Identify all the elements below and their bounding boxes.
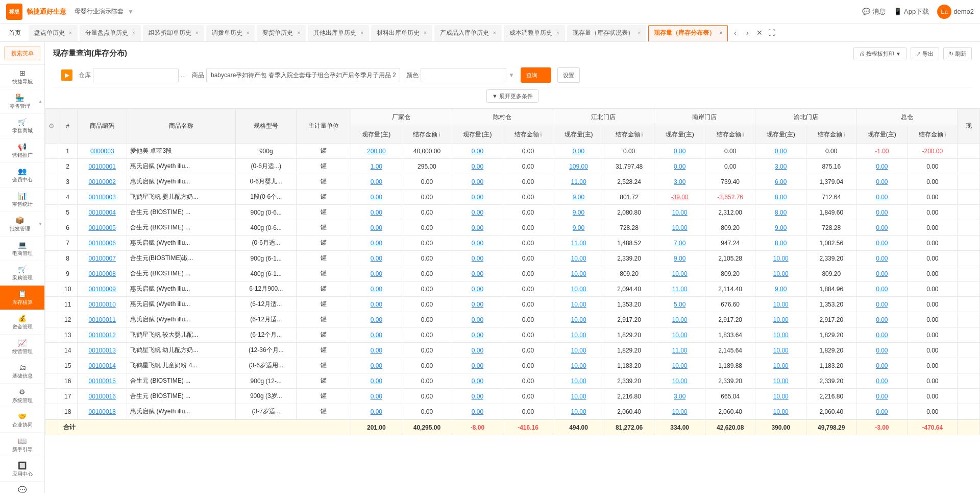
product-code-link[interactable]: 00100013 (89, 347, 116, 354)
product-code-link[interactable]: 00100011 (89, 316, 116, 323)
tab-kuanchuang-close[interactable]: × (638, 30, 641, 36)
sidebar-item-yingxiao[interactable]: 📢 营销推广 (0, 138, 44, 163)
product-code-link[interactable]: 00100006 (89, 240, 116, 247)
tab-chengpinruku-close[interactable]: × (493, 30, 496, 36)
filter-expand-arrow[interactable]: ▶ (61, 69, 72, 81)
product-code-link[interactable]: 00100010 (89, 301, 116, 308)
color-dropdown-icon[interactable]: ▼ (508, 72, 514, 79)
sidebar-item-lingshoushangcheng[interactable]: 🛒 零售商城 (0, 114, 44, 138)
product-code-link[interactable]: 0000003 (90, 148, 114, 155)
print-btn[interactable]: 🖨 按模板打印 ▼ (853, 47, 906, 60)
product-code-link[interactable]: 00100014 (89, 362, 116, 369)
nanan-amt-info-icon[interactable]: ℹ (742, 132, 744, 137)
total-amt-info-icon[interactable]: ℹ (944, 132, 946, 137)
query-btn[interactable]: 查询 (521, 67, 551, 83)
tab-next-btn[interactable]: › (741, 27, 753, 39)
row-spec: 900g (6-1... (236, 251, 297, 266)
company-selector[interactable]: 母婴行业演示陈套 (75, 7, 124, 16)
column-settings-icon[interactable]: ⚙ (48, 122, 55, 130)
factory-amt-info-icon[interactable]: ℹ (438, 132, 440, 137)
sidebar-item-kuaijie[interactable]: ⊞ 快捷导航 (0, 65, 44, 89)
sidebar-search-button[interactable]: 搜索英单 (4, 46, 40, 60)
tab-cailiaochuku-close[interactable]: × (424, 30, 427, 36)
tab-fenpan[interactable]: 分量盘点单历史 × (80, 25, 141, 41)
warehouse-dots[interactable]: ... (181, 72, 186, 79)
tab-pandian-close[interactable]: × (69, 30, 72, 36)
tab-zuhe-close[interactable]: × (195, 30, 199, 36)
settings-btn[interactable]: 设置 (557, 67, 580, 83)
tab-qitachuku[interactable]: 其他出库单历史 × (308, 25, 369, 41)
refresh-btn[interactable]: ↻ 刷新 (943, 47, 972, 60)
sidebar-item-yingyong[interactable]: 🔲 应用中心 (0, 457, 44, 482)
product-code-link[interactable]: 00100002 (89, 178, 116, 185)
message-btn[interactable]: 💬 消息 (862, 7, 886, 16)
row-factory-qty: 0.00 (351, 373, 402, 389)
row-code: 00100005 (78, 220, 127, 236)
tab-diaopei[interactable]: 调拨单历史 × (206, 25, 255, 41)
warehouse-input[interactable] (93, 68, 179, 82)
tab-fenpan-close[interactable]: × (132, 30, 135, 36)
product-code-link[interactable]: 00100016 (89, 393, 116, 400)
sidebar-item-zijin[interactable]: 💰 资金管理 (0, 310, 44, 335)
chengjia-amt-info-icon[interactable]: ℹ (540, 132, 542, 137)
product-code-link[interactable]: 00100008 (89, 270, 116, 277)
product-code-link[interactable]: 00100005 (89, 224, 116, 231)
app-download-btn[interactable]: 📱 App下载 (894, 7, 929, 16)
sidebar-item-dianshang[interactable]: 💻 电商管理 (0, 237, 44, 261)
tab-maximize-btn[interactable]: ⛶ (766, 27, 778, 39)
row-chengjia-amt: 0.00 (503, 220, 553, 236)
sidebar-item-lingshoutongji[interactable]: 📊 零售统计 (0, 187, 44, 212)
user-profile[interactable]: Ea demo2 (937, 5, 974, 19)
tab-zuhe[interactable]: 组装拆卸单历史 × (143, 25, 204, 41)
product-code-link[interactable]: 00100001 (89, 163, 116, 170)
sidebar-item-qiyexietong[interactable]: 🤝 企业协同 (0, 408, 44, 433)
color-input[interactable] (421, 68, 506, 82)
product-code-link[interactable]: 00100004 (89, 209, 116, 216)
tab-prev-btn[interactable]: ‹ (729, 27, 741, 39)
sidebar-item-qiyeweixin[interactable]: 💬 企业微信 (0, 482, 44, 493)
tab-home[interactable]: 首页 (3, 25, 27, 41)
tab-xianzailiang-kuanchuang[interactable]: 现存量（库存状况表） × (567, 25, 647, 41)
row-jiangbei-amt: 2,094.40 (604, 281, 654, 297)
company-dropdown-icon[interactable]: ▼ (128, 8, 134, 15)
tab-pandian-single[interactable]: 盘点单历史 × (29, 25, 78, 41)
top-bar: 标版 畅捷通好生意 母婴行业演示陈套 ▼ 💬 消息 📱 App下载 Ea dem… (0, 0, 980, 24)
product-input[interactable] (206, 68, 400, 82)
jiangbei-amt-info-icon[interactable]: ℹ (641, 132, 643, 137)
row-jiangbei-qty: 10.00 (553, 281, 604, 297)
tab-close-all-btn[interactable]: ✕ (753, 27, 766, 39)
tab-chengbentiaojie-close[interactable]: × (556, 30, 559, 36)
row-chengjia-qty: 0.00 (452, 404, 503, 420)
tab-diaopei-close[interactable]: × (247, 30, 250, 36)
sidebar-item-lingshou[interactable]: 🏪 零售管理 ▲ (0, 89, 44, 114)
product-code-link[interactable]: 00100012 (89, 332, 116, 339)
product-code-link[interactable]: 00100003 (89, 194, 116, 201)
sidebar-item-xinshou[interactable]: 📖 新手引导 (0, 433, 44, 457)
sidebar-item-jichu[interactable]: 🗂 基础信息 (0, 359, 44, 384)
row-total-amt: -200.00 (908, 144, 958, 159)
col-rownum-header: # (58, 109, 78, 144)
export-btn[interactable]: ↗ 导出 (911, 47, 939, 60)
sidebar-item-pifa[interactable]: 📦 批发管理 ▼ (0, 212, 44, 237)
tab-yaohuo[interactable]: 要货单历史 × (257, 25, 306, 41)
sidebar-item-jingying[interactable]: 📈 经营管理 (0, 335, 44, 359)
yubei-amt-info-icon[interactable]: ℹ (843, 132, 845, 137)
tab-chengbentiaojie[interactable]: 成本调整单历史 × (504, 25, 565, 41)
product-code-link[interactable]: 00100018 (89, 408, 116, 415)
row-nanan-qty: 11.00 (654, 281, 705, 297)
expand-more-btn[interactable]: ▼ 展开更多条件 (486, 89, 538, 103)
tab-fenbu-close[interactable]: × (719, 30, 722, 36)
summary-more (958, 419, 980, 435)
tab-chengpinruku[interactable]: 产成品入库单历史 × (434, 25, 502, 41)
tab-yaohuo-close[interactable]: × (297, 30, 300, 36)
tab-cailiaochuku[interactable]: 材料出库单历史 × (371, 25, 432, 41)
sidebar-item-caigou[interactable]: 🛒 采购管理 (0, 261, 44, 286)
product-code-link[interactable]: 00100009 (89, 286, 116, 293)
tab-xianzailiang-fenbu[interactable]: 现存量（库存分布表） × (648, 25, 728, 41)
sidebar-item-xitong[interactable]: ⚙ 系统管理 (0, 384, 44, 408)
sidebar-item-kucun[interactable]: 📋 库存核算 (0, 286, 44, 310)
tab-qitachuku-close[interactable]: × (360, 30, 363, 36)
product-code-link[interactable]: 00100015 (89, 378, 116, 385)
sidebar-item-huiyuan[interactable]: 👥 会员中心 (0, 163, 44, 187)
product-code-link[interactable]: 00100007 (89, 255, 116, 262)
